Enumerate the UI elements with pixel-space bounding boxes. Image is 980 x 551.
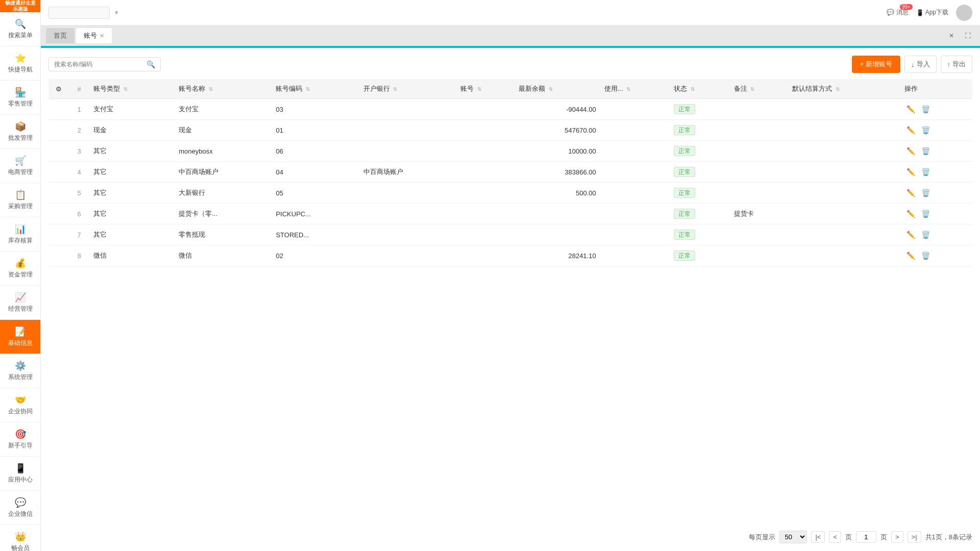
edit-btn[interactable]: ✏️ bbox=[904, 125, 917, 135]
sidebar-item-basic-info[interactable]: 📝 基础信息 bbox=[0, 320, 40, 354]
tab-maximize-btn[interactable]: ⛶ bbox=[961, 30, 975, 41]
sidebar-item-wholesale-mgmt[interactable]: 📦 批发管理 bbox=[0, 115, 40, 149]
row-account-type: 其它 bbox=[89, 204, 175, 224]
row-default-settlement bbox=[788, 162, 900, 183]
table-row: 4 其它 中百商场账户 04 中百商场账户 383866.00 正常 ✏️ 🗑️ bbox=[48, 162, 972, 183]
sidebar-item-quick-nav[interactable]: ⭐ 快捷导航 bbox=[0, 46, 40, 81]
row-account-code: 04 bbox=[272, 162, 359, 183]
col-latest-balance[interactable]: 最新余额 ⇅ bbox=[514, 79, 600, 99]
search-box: 🔍 bbox=[48, 57, 161, 71]
add-account-btn[interactable]: + 新增账号 bbox=[852, 56, 900, 73]
col-account-name[interactable]: 账号名称 ⇅ bbox=[175, 79, 272, 99]
sidebar-item-operation-mgmt[interactable]: 📈 经营管理 bbox=[0, 286, 40, 320]
edit-btn[interactable]: ✏️ bbox=[904, 104, 917, 114]
edit-btn[interactable]: ✏️ bbox=[904, 230, 917, 240]
current-page-input[interactable] bbox=[856, 531, 876, 543]
col-bank-sort: ⇅ bbox=[393, 86, 397, 92]
col-remark[interactable]: 备注 ⇅ bbox=[730, 79, 789, 99]
export-icon: ↑ bbox=[947, 61, 951, 68]
tab-account[interactable]: 账号 ✕ bbox=[76, 28, 112, 43]
row-latest-balance: 383866.00 bbox=[514, 162, 600, 183]
sidebar-item-ecom-mgmt[interactable]: 🛒 电商管理 bbox=[0, 149, 40, 183]
delete-btn[interactable]: 🗑️ bbox=[919, 209, 932, 219]
tab-account-close[interactable]: ✕ bbox=[100, 33, 104, 39]
pagination: 每页显示 50 20 100 |< < 页 页 > >| 共1页，8条记录 bbox=[48, 524, 972, 543]
delete-btn[interactable]: 🗑️ bbox=[919, 167, 932, 177]
sidebar-item-system-mgmt[interactable]: ⚙️ 系统管理 bbox=[0, 354, 40, 388]
edit-btn[interactable]: ✏️ bbox=[904, 146, 917, 156]
sidebar-item-enterprise-wechat[interactable]: 💬 企业微信 bbox=[0, 491, 40, 525]
search-icon[interactable]: 🔍 bbox=[146, 60, 155, 68]
col-account-code[interactable]: 账号编码 ⇅ bbox=[272, 79, 359, 99]
col-index: # bbox=[69, 79, 89, 99]
delete-btn[interactable]: 🗑️ bbox=[919, 188, 932, 198]
vip-member-icon: 👑 bbox=[3, 531, 38, 542]
col-account-no[interactable]: 账号 ⇅ bbox=[456, 79, 515, 99]
status-badge: 正常 bbox=[674, 104, 695, 114]
topbar-msg-btn[interactable]: 💬 消息 99+ bbox=[887, 8, 908, 17]
edit-btn[interactable]: ✏️ bbox=[904, 167, 917, 177]
row-status: 正常 bbox=[670, 183, 729, 204]
col-settings[interactable]: ⚙ bbox=[48, 79, 69, 99]
export-btn[interactable]: ↑ 导出 bbox=[941, 56, 973, 73]
quick-nav-icon: ⭐ bbox=[3, 53, 38, 64]
col-status-label: 状态 bbox=[674, 85, 687, 92]
search-input[interactable] bbox=[54, 61, 144, 68]
tab-home[interactable]: 首页 bbox=[46, 28, 75, 43]
topbar-search-input[interactable] bbox=[48, 7, 110, 19]
col-default-settlement[interactable]: 默认结算方式 ⇅ bbox=[788, 79, 900, 99]
row-account-name: 中百商场账户 bbox=[175, 162, 272, 183]
row-status: 正常 bbox=[670, 162, 729, 183]
col-bank[interactable]: 开户银行 ⇅ bbox=[359, 79, 456, 99]
next-page-btn[interactable]: > bbox=[891, 531, 903, 543]
col-usage[interactable]: 使用... ⇅ bbox=[600, 79, 670, 99]
row-account-code: 01 bbox=[272, 120, 359, 141]
delete-btn[interactable]: 🗑️ bbox=[919, 104, 932, 114]
user-avatar[interactable] bbox=[956, 5, 972, 21]
sidebar-item-search-menu[interactable]: 🔍 搜索菜单 bbox=[0, 12, 40, 46]
col-latest-balance-sort: ⇅ bbox=[549, 86, 553, 92]
per-page-select[interactable]: 50 20 100 bbox=[779, 531, 807, 543]
delete-btn[interactable]: 🗑️ bbox=[919, 230, 932, 240]
sidebar-item-app-center[interactable]: 📱 应用中心 bbox=[0, 457, 40, 491]
row-status: 正常 bbox=[670, 99, 729, 120]
col-status[interactable]: 状态 ⇅ bbox=[670, 79, 729, 99]
toolbar-buttons: + 新增账号 ↓ 导入 ↑ 导出 bbox=[852, 56, 972, 73]
edit-btn[interactable]: ✏️ bbox=[904, 251, 917, 261]
topbar-dropdown-icon[interactable]: ▾ bbox=[115, 9, 118, 16]
row-default-settlement bbox=[788, 141, 900, 162]
row-account-no bbox=[456, 141, 515, 162]
app-download-btn[interactable]: 📱 App下载 bbox=[916, 8, 948, 17]
edit-btn[interactable]: ✏️ bbox=[904, 188, 917, 198]
sidebar-item-new-guide[interactable]: 🎯 新手引导 bbox=[0, 422, 40, 457]
row-settings bbox=[48, 162, 69, 183]
sidebar-item-enterprise-agreement[interactable]: 🤝 企业协同 bbox=[0, 388, 40, 422]
sidebar-item-purchase-mgmt[interactable]: 📋 采购管理 bbox=[0, 183, 40, 217]
col-remark-label: 备注 bbox=[734, 85, 747, 92]
delete-btn[interactable]: 🗑️ bbox=[919, 146, 932, 156]
row-settings bbox=[48, 99, 69, 120]
row-latest-balance bbox=[514, 204, 600, 224]
row-bank bbox=[359, 183, 456, 204]
import-btn[interactable]: ↓ 导入 bbox=[904, 56, 937, 73]
row-account-type: 其它 bbox=[89, 162, 175, 183]
sidebar-item-vip-member[interactable]: 👑 畅会员 bbox=[0, 525, 40, 551]
delete-btn[interactable]: 🗑️ bbox=[919, 251, 932, 261]
total-label: 共1页，8条记录 bbox=[925, 533, 972, 542]
sidebar-item-retail-mgmt[interactable]: 🏪 零售管理 bbox=[0, 81, 40, 115]
prev-page-btn[interactable]: < bbox=[829, 531, 841, 543]
row-account-type: 其它 bbox=[89, 224, 175, 245]
row-account-no bbox=[456, 224, 515, 245]
sidebar-item-inventory[interactable]: 📊 库存核算 bbox=[0, 217, 40, 252]
row-account-name: moneybosx bbox=[175, 141, 272, 162]
first-page-btn[interactable]: |< bbox=[811, 531, 825, 543]
col-account-type[interactable]: 账号类型 ⇅ bbox=[89, 79, 175, 99]
tab-close-all-btn[interactable]: ✕ bbox=[945, 30, 958, 41]
sidebar-item-finance-mgmt[interactable]: 💰 资金管理 bbox=[0, 252, 40, 286]
edit-btn[interactable]: ✏️ bbox=[904, 209, 917, 219]
row-operation: ✏️ 🗑️ bbox=[900, 162, 972, 183]
finance-mgmt-icon: 💰 bbox=[3, 258, 38, 269]
page-to-label: 页 bbox=[880, 533, 887, 542]
last-page-btn[interactable]: >| bbox=[908, 531, 921, 543]
delete-btn[interactable]: 🗑️ bbox=[919, 125, 932, 135]
